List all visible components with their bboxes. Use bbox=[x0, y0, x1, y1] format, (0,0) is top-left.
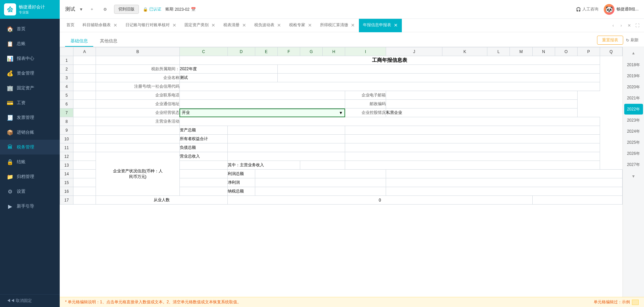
tab-incometax[interactable]: 所得税汇算清缴✕ bbox=[316, 19, 359, 32]
sidebar-label-ledger: 总账 bbox=[17, 41, 25, 47]
email-cell[interactable] bbox=[386, 91, 577, 100]
subtab-left: 基础信息 其他信息 bbox=[65, 36, 123, 47]
net-profit-cell[interactable] bbox=[255, 178, 386, 187]
inventory-icon: 📦 bbox=[7, 129, 13, 136]
col-header-e: E bbox=[255, 47, 277, 56]
profit-cell[interactable] bbox=[255, 170, 386, 178]
sidebar-label-asset: 固定资产 bbox=[17, 85, 34, 91]
period-value-cell[interactable]: 2022年度 bbox=[179, 65, 277, 74]
year-item-2021年[interactable]: 2021年 bbox=[624, 93, 643, 103]
table-row: 17 从业人数 0 bbox=[60, 196, 623, 205]
tab-home[interactable]: 首页 bbox=[62, 19, 78, 32]
topbar-add-btn[interactable]: ＋ bbox=[87, 5, 97, 14]
refresh-btn[interactable]: ↻ 刷新 bbox=[626, 37, 639, 43]
tab-next-btn[interactable]: › bbox=[617, 21, 625, 30]
tab-close-all-btn[interactable]: ✕ bbox=[625, 21, 633, 30]
equity-cell[interactable] bbox=[227, 135, 345, 143]
sidebar-item-inventory[interactable]: 📦 进销台账 bbox=[0, 125, 60, 140]
tab-journal[interactable]: 日记账与银行对账单核对✕ bbox=[121, 19, 180, 32]
main-business-cell[interactable] bbox=[179, 117, 600, 126]
tab-annual[interactable]: 年报信息申报表✕ bbox=[359, 19, 402, 32]
year-item-2019年[interactable]: 2019年 bbox=[624, 71, 643, 81]
tabbar-arrows: ‹ › ✕ ⛶ bbox=[609, 21, 641, 30]
year-item-2020年[interactable]: 2020年 bbox=[624, 82, 643, 92]
tab-close-taxcheck[interactable]: ✕ bbox=[308, 23, 312, 28]
sidebar-item-fund[interactable]: 💰 资金管理 bbox=[0, 66, 60, 81]
col-header-h: H bbox=[322, 47, 345, 56]
topbar-certified: 🔒 已认证 bbox=[143, 6, 161, 12]
main-revenue-cell[interactable] bbox=[300, 161, 345, 170]
col-header-k: K bbox=[442, 47, 487, 56]
phone-cell[interactable] bbox=[179, 91, 345, 100]
liabilities-cell[interactable] bbox=[227, 143, 345, 152]
sidebar-item-settings[interactable]: ⚙ 设置 bbox=[0, 184, 60, 199]
reg-no-cell[interactable] bbox=[179, 82, 600, 91]
holding-cell[interactable]: 私营企业 bbox=[386, 108, 577, 117]
topbar-settings-btn[interactable]: ⚙ bbox=[101, 5, 110, 14]
tab-taxcheck[interactable]: 税检专家✕ bbox=[285, 19, 316, 32]
revenue-label: 营业总收入 bbox=[179, 152, 227, 161]
spreadsheet: A B C D E F G H I J K L bbox=[60, 47, 623, 297]
topbar-dropdown-btn[interactable]: ▼ bbox=[79, 7, 83, 12]
year-scroll-down-btn[interactable]: ▼ bbox=[627, 172, 640, 181]
year-item-2024年[interactable]: 2024年 bbox=[624, 126, 643, 137]
table-row: 11 负债总额 bbox=[60, 143, 623, 152]
sidebar-label-inventory: 进销台账 bbox=[17, 129, 34, 135]
year-item-2018年[interactable]: 2018年 bbox=[624, 59, 643, 70]
tab-close-fixed[interactable]: ✕ bbox=[211, 23, 215, 28]
year-item-2023年[interactable]: 2023年 bbox=[624, 115, 643, 126]
revenue-cell[interactable] bbox=[227, 152, 345, 161]
sidebar-item-report[interactable]: 📊 报表中心 bbox=[0, 51, 60, 66]
table-row: 2 税款所属期间： 2022年度 bbox=[60, 65, 623, 74]
tab-fixed[interactable]: 固定资产类别✕ bbox=[180, 19, 219, 32]
example-box bbox=[632, 300, 639, 305]
address-cell[interactable] bbox=[179, 100, 345, 108]
col-header-g: G bbox=[300, 47, 322, 56]
tab-prev-btn[interactable]: ‹ bbox=[609, 21, 617, 30]
business-status-cell[interactable]: 开业 ▼ bbox=[179, 108, 345, 117]
pin-button[interactable]: ◀◀ 取消固定 bbox=[0, 294, 60, 307]
sidebar-item-ledger[interactable]: 📋 总账 bbox=[0, 36, 60, 51]
total-assets-cell[interactable] bbox=[227, 126, 345, 135]
topbar-switch-btn[interactable]: 切到旧版 bbox=[114, 5, 139, 14]
col-header-b: B bbox=[96, 47, 180, 56]
subtab-basic[interactable]: 基础信息 bbox=[65, 36, 93, 47]
sidebar-item-salary[interactable]: 💳 工资 bbox=[0, 95, 60, 110]
year-item-2026年[interactable]: 2026年 bbox=[624, 148, 643, 159]
user-menu[interactable]: 🐼 畅捷通B组... bbox=[604, 4, 639, 15]
asset-info-merged: 企业资产状况信息(币种：人民币万元) bbox=[96, 152, 180, 196]
sidebar-item-asset[interactable]: 🏢 固定资产 bbox=[0, 81, 60, 95]
bottom-example: 单元格编辑过：示例 bbox=[594, 299, 639, 305]
tab-close-taxwave[interactable]: ✕ bbox=[277, 23, 281, 28]
year-scroll-up-btn[interactable]: ▲ bbox=[627, 48, 640, 58]
year-item-2027年[interactable]: 2027年 bbox=[624, 159, 643, 170]
subtab-other[interactable]: 其他信息 bbox=[95, 36, 123, 47]
service-btn[interactable]: 🎧 人工咨询 bbox=[576, 6, 598, 12]
reset-btn[interactable]: 重置报表 bbox=[597, 36, 623, 45]
tab-taxreturn[interactable]: 税表清册✕ bbox=[219, 19, 250, 32]
tab-aux[interactable]: 科目辅助余额表✕ bbox=[78, 19, 121, 32]
employees-cell[interactable]: 0 bbox=[227, 196, 532, 205]
tab-expand-btn[interactable]: ⛶ bbox=[633, 21, 641, 30]
company-name-cell[interactable]: 测试 bbox=[179, 74, 277, 82]
sidebar-item-guide[interactable]: ▶ 新手引导 bbox=[0, 199, 60, 214]
tab-taxwave[interactable]: 税负波动表✕ bbox=[250, 19, 285, 32]
tax-total-cell[interactable] bbox=[255, 187, 386, 196]
postcode-cell[interactable] bbox=[386, 100, 577, 108]
invoice-icon: 🧾 bbox=[7, 114, 13, 121]
sidebar-item-close[interactable]: 🔒 结账 bbox=[0, 155, 60, 169]
sidebar-item-invoice[interactable]: 🧾 发票管理 bbox=[0, 110, 60, 125]
tab-close-incometax[interactable]: ✕ bbox=[351, 23, 355, 28]
tab-close-taxreturn[interactable]: ✕ bbox=[242, 23, 246, 28]
liabilities-label: 负债总额 bbox=[179, 143, 227, 152]
year-item-2022年[interactable]: 2022年 bbox=[624, 104, 643, 115]
sidebar-item-tax[interactable]: 🏛 税务管理 bbox=[0, 140, 60, 155]
tab-close-annual[interactable]: ✕ bbox=[394, 23, 398, 28]
sidebar-item-home[interactable]: 🏠 首页 bbox=[0, 21, 60, 36]
year-item-2025年[interactable]: 2025年 bbox=[624, 137, 643, 148]
sidebar-label-close: 结账 bbox=[17, 159, 25, 165]
title-cell[interactable]: 工商年报信息表 bbox=[179, 56, 600, 65]
tab-close-journal[interactable]: ✕ bbox=[172, 23, 176, 28]
sidebar-item-archive[interactable]: 📁 归档管理 bbox=[0, 169, 60, 184]
tab-close-aux[interactable]: ✕ bbox=[113, 23, 117, 28]
